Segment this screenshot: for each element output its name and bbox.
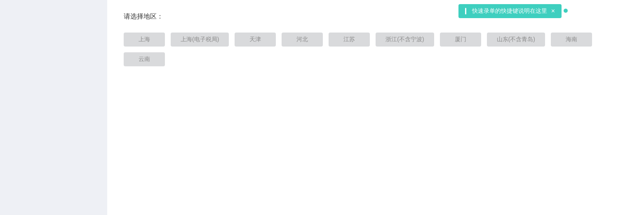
region-button-shanghai[interactable]: 上海: [124, 33, 165, 47]
region-button-zhejiang[interactable]: 浙江(不含宁波): [376, 33, 434, 47]
region-button-shandong[interactable]: 山东(不含青岛): [487, 33, 545, 47]
tooltip-close-button[interactable]: ×: [551, 8, 555, 14]
region-button-shanghai-etax[interactable]: 上海(电子税局): [171, 33, 229, 47]
tooltip-text: 快速录单的快捷键说明在这里: [472, 7, 547, 15]
tooltip-banner: 快速录单的快捷键说明在这里 ×: [458, 4, 562, 18]
region-button-yunnan[interactable]: 云南: [124, 52, 165, 66]
sidebar: [0, 0, 107, 215]
region-button-xiamen[interactable]: 厦门: [440, 33, 481, 47]
region-button-hainan[interactable]: 海南: [551, 33, 592, 47]
region-button-jiangsu[interactable]: 江苏: [329, 33, 370, 47]
region-buttons: 上海上海(电子税局)天津河北江苏浙江(不含宁波)厦门山东(不含青岛)海南云南: [124, 33, 628, 66]
region-button-tianjin[interactable]: 天津: [235, 33, 276, 47]
main-content: 请选择地区： 上海上海(电子税局)天津河北江苏浙江(不含宁波)厦门山东(不含青岛…: [107, 0, 644, 215]
region-button-hebei[interactable]: 河北: [282, 33, 323, 47]
tooltip-dot-indicator: [564, 9, 568, 13]
